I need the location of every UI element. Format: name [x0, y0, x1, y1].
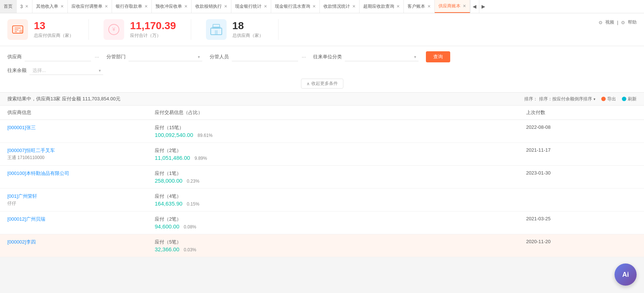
query-button[interactable]: 查询 — [426, 51, 450, 62]
close-icon[interactable]: ✕ — [105, 4, 108, 9]
filter-supplier: 供应商 ··· — [7, 52, 99, 61]
suppliers-payable-label: 总应付供应商（家） — [34, 32, 74, 39]
tx-amount-link[interactable]: 32,366.00 — [155, 246, 179, 252]
close-icon[interactable]: ✕ — [463, 4, 466, 8]
summary-bar: 13 总应付供应商（家） ¥ 11,170.39 应付合计（万） 18 — [0, 13, 644, 46]
close-icon[interactable]: ✕ — [144, 4, 148, 9]
tx-info-cell: 应付（15笔） 100,092,540.00 89.61% — [155, 124, 526, 138]
close-icon[interactable]: ✕ — [352, 4, 356, 9]
table-row[interactable]: [000100]本特勤油品有限公司 应付（1笔） 258,000.00 0.23… — [0, 166, 644, 189]
nav-tab-ar-ap-adjust[interactable]: 应收应付调整单 ✕ — [68, 0, 112, 13]
nav-tab-3-close[interactable]: ✕ — [25, 4, 28, 9]
help-link[interactable]: 帮助 — [628, 19, 637, 25]
video-icon[interactable]: ⊙ — [599, 20, 602, 25]
video-link[interactable]: 视频 — [605, 19, 614, 25]
tx-row: 32,366.00 0.03% — [155, 246, 526, 252]
close-icon[interactable]: ✕ — [184, 4, 188, 9]
nav-tab-receipt-stat[interactable]: 收款情况统计 ✕ — [320, 0, 360, 13]
close-icon[interactable]: ✕ — [264, 4, 267, 9]
help-divider: | — [617, 20, 618, 25]
close-icon[interactable]: ✕ — [396, 4, 400, 9]
table-row[interactable]: [001]广州荣轩 仔仔 应付（4笔） 164,635.90 0.15% — [0, 189, 644, 211]
tx-percent: 0.15% — [187, 201, 199, 207]
tx-amount-link[interactable]: 164,635.90 — [155, 200, 182, 207]
table-row[interactable]: [000002]李四 应付（5笔） 32,366.00 0.03% 2020-1… — [0, 234, 644, 257]
tx-info-cell: 应付（1笔） 258,000.00 0.23% — [155, 170, 526, 184]
tx-info-cell: 应付（5笔） 32,366.00 0.03% — [155, 239, 526, 252]
tx-amount-link[interactable]: 11,051,486.00 — [155, 155, 190, 161]
supplier-input[interactable] — [25, 52, 91, 61]
tx-amount-link[interactable]: 100,092,540.00 — [155, 132, 193, 138]
tx-amount-link[interactable]: 258,000.00 — [155, 177, 182, 184]
supplier-info-cell: [000001]张三 — [7, 124, 155, 131]
summary-card-3-text: 18 总供应商（家） — [232, 20, 263, 39]
refresh-label: 刷新 — [628, 96, 637, 102]
tx-label: 应付（4笔） — [155, 193, 526, 200]
svg-text:¥: ¥ — [112, 26, 115, 32]
nav-tab-pre-receive[interactable]: 预收冲应收单 ✕ — [152, 0, 192, 13]
nav-tab-other-income[interactable]: 其他收入单 ✕ — [32, 0, 68, 13]
close-icon[interactable]: ✕ — [312, 4, 316, 9]
tx-amount-link[interactable]: 94,600.00 — [155, 223, 179, 230]
nav-next-arrow[interactable]: ▶ — [479, 0, 488, 13]
suppliers-payable-icon — [7, 19, 28, 40]
supplier-name-link[interactable]: [000007]恒旺二手叉车 — [7, 147, 155, 154]
supplier-name-link[interactable]: [000100]本特勤油品有限公司 — [7, 170, 155, 177]
supplier-name-link[interactable]: [000012]广州贝瑞 — [7, 216, 155, 223]
tx-percent: 0.03% — [184, 247, 196, 252]
filter-category: 往来单位分类 — [313, 52, 419, 61]
chevron-down-icon: ▾ — [594, 97, 595, 101]
supplier-name-link[interactable]: [000001]张三 — [7, 124, 155, 131]
nav-tab-cash-bank-flow-label: 现金银行流水查询 — [275, 3, 310, 10]
close-icon[interactable]: ✕ — [427, 4, 431, 9]
supplier-sub: 仔仔 — [7, 200, 155, 207]
person-input[interactable] — [232, 52, 298, 61]
supplier-info-cell: [000007]恒旺二手叉车 王通 17106110000 — [7, 147, 155, 161]
person-dots-button[interactable]: ··· — [302, 54, 306, 60]
nav-tab-supplier-ledger[interactable]: 供应商账本 ✕ — [435, 0, 470, 13]
refresh-button[interactable]: 刷新 — [622, 96, 637, 102]
nav-tab-cash-bank-flow[interactable]: 现金银行流水查询 ✕ — [271, 0, 320, 13]
dept-label: 分管部门 — [106, 54, 126, 60]
export-icon — [601, 97, 606, 101]
header-last-pay: 上次付数 — [526, 109, 637, 116]
supplier-table: 供应商信息 应付交易信息（占比） 上次付数 [000001]张三 应付（15笔）… — [0, 106, 644, 257]
tx-row: 94,600.00 0.08% — [155, 223, 526, 230]
balance-select-wrapper: 选择... — [29, 66, 103, 75]
nav-tab-overdue-ar[interactable]: 超期应收款查询 ✕ — [360, 0, 404, 13]
tx-percent: 0.23% — [187, 179, 199, 184]
tx-label: 应付（2笔） — [155, 216, 526, 223]
chevron-up-icon: ∧ — [307, 81, 310, 86]
collapse-button[interactable]: ∧ 收起更多条件 — [301, 79, 343, 89]
nav-prev-arrow[interactable]: ◀ — [470, 0, 479, 13]
supplier-name-link[interactable]: [000002]李四 — [7, 239, 155, 245]
table-row[interactable]: [000012]广州贝瑞 应付（2笔） 94,600.00 0.08% 2021… — [0, 211, 644, 234]
nav-tab-cash-bank-stat[interactable]: 现金银行统计 ✕ — [231, 0, 271, 13]
nav-tab-3[interactable]: 3 ✕ — [17, 0, 32, 13]
table-row[interactable]: [000007]恒旺二手叉车 王通 17106110000 应付（2笔） 11,… — [0, 143, 644, 166]
close-icon[interactable]: ✕ — [224, 4, 227, 9]
nav-tab-home[interactable]: 首页 — [0, 0, 17, 13]
supplier-name-link[interactable]: [001]广州荣轩 — [7, 193, 155, 200]
category-label: 往来单位分类 — [313, 54, 342, 60]
nav-tab-receipt-verify[interactable]: 收款核销执行 ✕ — [192, 0, 231, 13]
category-select[interactable] — [345, 52, 419, 61]
sort-select[interactable]: 排序： 排序：按应付余额倒序排序 ▾ — [524, 96, 595, 102]
table-row[interactable]: [000001]张三 应付（15笔） 100,092,540.00 89.61%… — [0, 120, 644, 143]
tx-percent: 89.61% — [197, 133, 213, 138]
nav-tab-overdue-ar-label: 超期应收款查询 — [363, 3, 394, 10]
dept-select[interactable] — [129, 52, 202, 61]
nav-tab-3-label: 3 — [20, 4, 23, 9]
export-button[interactable]: 导出 — [601, 96, 616, 102]
balance-select[interactable]: 选择... — [29, 66, 103, 75]
help-icon[interactable]: ⊙ — [621, 20, 625, 25]
last-pay-cell: 2021-11-17 — [526, 147, 637, 153]
close-icon[interactable]: ✕ — [60, 4, 64, 9]
supplier-dots-button[interactable]: ··· — [95, 54, 99, 60]
nav-tab-customer-ledger[interactable]: 客户账本 ✕ — [404, 0, 435, 13]
nav-tab-bank-deposit[interactable]: 银行存取款单 ✕ — [112, 0, 152, 13]
summary-card-payable-total: ¥ 11,170.39 应付合计（万） — [104, 19, 191, 40]
total-suppliers-label: 总供应商（家） — [232, 32, 263, 39]
payable-total-icon: ¥ — [104, 19, 124, 40]
nav-tab-ar-ap-adjust-label: 应收应付调整单 — [71, 3, 102, 10]
